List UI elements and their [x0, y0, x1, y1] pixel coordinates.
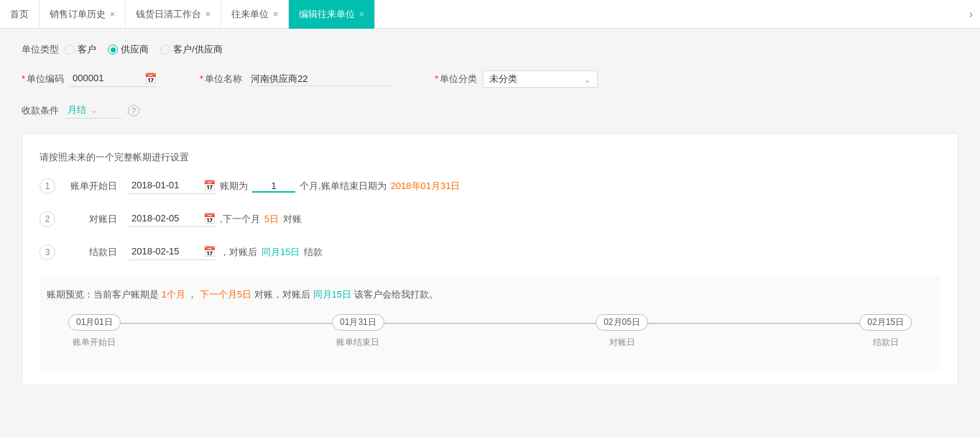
- preview-label: 账期预览：当前客户账期是: [47, 289, 159, 300]
- tab-cash-work-label: 钱货日清工作台: [136, 8, 201, 21]
- timeline-point-2: 01月31日 账单结束日: [332, 314, 384, 349]
- tab-sales-history-label: 销售订单历史: [50, 8, 106, 21]
- payment-condition-row: 收款条件 月结 ⌄ ?: [22, 102, 958, 119]
- timeline-badge-2: 01月31日: [332, 314, 384, 331]
- tab-more-arrow[interactable]: ›: [962, 8, 980, 21]
- help-icon[interactable]: ?: [128, 105, 139, 116]
- preview-part3: 同月15日: [313, 289, 351, 300]
- step-3-row: 3 结款日 📅 ，对账后 同月15日 结款: [40, 244, 940, 260]
- tab-home[interactable]: 首页: [0, 0, 40, 29]
- unit-code-input[interactable]: [70, 71, 142, 85]
- unit-info-row: *单位编码 📅 *单位名称 *单位分类 未分类 ⌄: [22, 70, 958, 88]
- preview-suffix: 该客户会给我打款。: [354, 289, 438, 300]
- radio-both-circle: [160, 45, 170, 55]
- step-2-num: 2: [40, 211, 55, 227]
- unit-type-field: 单位类型 客户 供应商 客户/供应商: [22, 43, 223, 56]
- tab-sales-history-close[interactable]: ×: [110, 9, 115, 19]
- unit-type-row: 单位类型 客户 供应商 客户/供应商: [22, 43, 958, 56]
- payment-condition-field: 收款条件 月结 ⌄ ?: [22, 102, 139, 119]
- step-3-value: 📅 ，对账后 同月15日 结款: [129, 244, 323, 260]
- unit-name-input[interactable]: [248, 72, 392, 86]
- timeline-label-2: 账单结束日: [336, 336, 379, 349]
- unit-category-label: *单位分类: [435, 73, 477, 86]
- tab-home-label: 首页: [10, 8, 29, 21]
- step-1-date-input[interactable]: [129, 178, 200, 192]
- settings-card: 请按照未来的一个完整帐期进行设置 1 账单开始日 📅 账期为 个月,账单结束日期…: [22, 133, 958, 385]
- step-2-label: 对账日: [67, 213, 117, 226]
- timeline-container: 01月01日 账单开始日 01月31日 账单结束日 02月05日 对账日 02月…: [40, 314, 940, 370]
- radio-supplier-label: 供应商: [121, 43, 149, 56]
- step-2-date-wrapper: 📅: [129, 211, 216, 227]
- unit-code-field: *单位编码 📅: [22, 71, 157, 87]
- tab-bar: 首页 销售订单历史 × 钱货日清工作台 × 往来单位 × 编辑往来单位 × ›: [0, 0, 980, 29]
- radio-both-label: 客户/供应商: [173, 43, 223, 56]
- timeline-badge-4: 02月15日: [859, 314, 912, 331]
- unit-name-label: *单位名称: [200, 73, 242, 86]
- step-2-suffix-after: 对账: [283, 213, 302, 226]
- unit-type-radio-group: 客户 供应商 客户/供应商: [65, 43, 223, 56]
- radio-customer-circle: [65, 45, 75, 55]
- step-3-date-input[interactable]: [129, 244, 200, 258]
- unit-code-icon[interactable]: 📅: [144, 73, 157, 84]
- unit-category-field: *单位分类 未分类 ⌄: [435, 70, 598, 88]
- step-2-row: 2 对账日 📅 ,下一个月 5日 对账: [40, 211, 940, 227]
- tab-partner-close[interactable]: ×: [273, 9, 278, 19]
- step-1-period-label: 账期为: [220, 180, 248, 193]
- payment-condition-select[interactable]: 月结 ⌄: [65, 102, 122, 119]
- unit-category-select[interactable]: 未分类 ⌄: [483, 70, 598, 88]
- content-area: 单位类型 客户 供应商 客户/供应商 *单位编码: [0, 29, 980, 431]
- radio-customer[interactable]: 客户: [65, 43, 96, 56]
- step-1-period-unit: 个月,账单结束日期为: [300, 180, 387, 193]
- timeline-point-3: 02月05日 对账日: [596, 314, 648, 349]
- preview-bar: 账期预览：当前客户账期是 1个月 ， 下一个月5日 对账，对账后 同月15日 该…: [40, 277, 940, 370]
- payment-condition-value: 月结: [68, 104, 86, 116]
- timeline-label-4: 结款日: [873, 336, 899, 349]
- step-3-calendar-icon[interactable]: 📅: [203, 246, 216, 257]
- unit-code-label: *单位编码: [22, 73, 64, 86]
- tab-sales-history[interactable]: 销售订单历史 ×: [40, 0, 126, 29]
- radio-supplier[interactable]: 供应商: [108, 43, 149, 56]
- unit-category-value: 未分类: [489, 73, 517, 86]
- timeline-badge-1: 01月01日: [68, 314, 121, 331]
- step-1-row: 1 账单开始日 📅 账期为 个月,账单结束日期为 2018年01月31日: [40, 178, 940, 194]
- step-2-calendar-icon[interactable]: 📅: [203, 213, 216, 224]
- step-1-period-input[interactable]: [252, 180, 295, 193]
- tab-cash-work[interactable]: 钱货日清工作台 ×: [126, 0, 221, 29]
- preview-sep1: ，: [188, 289, 197, 300]
- preview-part2: 下一个月5日: [200, 289, 251, 300]
- step-2-suffix-highlight: 5日: [264, 213, 279, 226]
- radio-customer-label: 客户: [78, 43, 96, 56]
- step-3-suffix-highlight: 同月15日: [262, 246, 300, 259]
- timeline-label-1: 账单开始日: [73, 336, 116, 349]
- unit-code-input-wrapper: 📅: [70, 71, 157, 87]
- preview-sep2: 对账，对账后: [254, 289, 310, 300]
- card-title: 请按照未来的一个完整帐期进行设置: [40, 151, 940, 164]
- timeline-point-1: 01月01日 账单开始日: [68, 314, 121, 349]
- unit-name-field: *单位名称: [200, 72, 392, 86]
- step-2-date-input[interactable]: [129, 211, 200, 225]
- tab-edit-partner-label: 编辑往来单位: [299, 8, 355, 21]
- step-3-label: 结款日: [67, 246, 117, 259]
- timeline-label-3: 对账日: [609, 336, 635, 349]
- preview-part1: 1个月: [162, 289, 185, 300]
- unit-category-arrow: ⌄: [583, 74, 591, 85]
- tab-edit-partner[interactable]: 编辑往来单位 ×: [289, 0, 375, 29]
- step-1-period-end: 2018年01月31日: [391, 180, 461, 193]
- step-3-date-wrapper: 📅: [129, 244, 216, 260]
- tab-cash-work-close[interactable]: ×: [205, 9, 211, 19]
- step-3-num: 3: [40, 244, 55, 260]
- payment-condition-label: 收款条件: [22, 104, 59, 117]
- radio-both[interactable]: 客户/供应商: [160, 43, 223, 56]
- step-3-suffix-after: 结款: [304, 246, 323, 259]
- payment-condition-arrow: ⌄: [91, 106, 97, 115]
- step-1-date-wrapper: 📅: [129, 178, 216, 194]
- timeline-point-4: 02月15日 结款日: [859, 314, 912, 349]
- step-1-num: 1: [40, 178, 55, 194]
- tab-partner[interactable]: 往来单位 ×: [221, 0, 289, 29]
- timeline-badge-3: 02月05日: [596, 314, 648, 331]
- tab-edit-partner-close[interactable]: ×: [359, 9, 364, 19]
- preview-text: 账期预览：当前客户账期是 1个月 ， 下一个月5日 对账，对账后 同月15日 该…: [40, 288, 940, 301]
- radio-supplier-circle: [108, 45, 118, 55]
- step-1-calendar-icon[interactable]: 📅: [203, 180, 216, 191]
- step-2-value: 📅 ,下一个月 5日 对账: [129, 211, 302, 227]
